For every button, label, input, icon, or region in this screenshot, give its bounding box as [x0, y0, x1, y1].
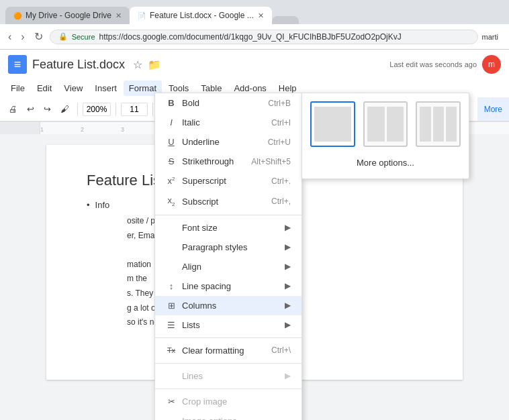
- three-column-option[interactable]: [416, 101, 461, 147]
- column-stripe-3a: [420, 107, 430, 142]
- italic-shortcut: Ctrl+I: [271, 118, 291, 127]
- columns-arrow: ▶: [285, 301, 291, 310]
- print-button[interactable]: 🖨: [5, 102, 21, 116]
- avatar-initial: m: [488, 60, 495, 69]
- lock-icon: 🔒: [58, 32, 68, 41]
- strikethrough-shortcut: Alt+Shift+5: [251, 157, 291, 166]
- tab-close-2[interactable]: ✕: [258, 11, 264, 20]
- underline-icon: U: [166, 137, 177, 147]
- underline-label: Underline: [182, 137, 220, 147]
- superscript-shortcut: Ctrl+.: [271, 176, 291, 186]
- title-bar: ≡ Feature List.docx ☆ 📁 Last edit was se…: [0, 50, 509, 79]
- refresh-button[interactable]: ↻: [32, 29, 46, 44]
- tab-feature-list[interactable]: 📄 Feature List.docx - Google ... ✕: [130, 7, 272, 24]
- column-stripe-3c: [446, 107, 457, 142]
- secure-label: Secure: [72, 33, 95, 41]
- line-spacing-arrow: ▶: [285, 281, 291, 291]
- bold-label: Bold: [182, 98, 199, 108]
- tab-extra[interactable]: [272, 16, 299, 24]
- forward-button[interactable]: ›: [18, 30, 27, 44]
- crop-icon: ✂: [166, 397, 177, 407]
- lists-arrow: ▶: [285, 320, 291, 329]
- image-options-label: Image options...: [182, 416, 244, 420]
- lists-label: Lists: [182, 320, 200, 330]
- paint-format-button[interactable]: 🖌: [57, 102, 73, 116]
- doc-line-1: Info: [95, 200, 110, 210]
- clear-formatting-icon: Tx: [166, 346, 177, 354]
- menu-image-options: Image options...: [155, 411, 302, 420]
- strikethrough-label: Strikethrough: [182, 156, 234, 166]
- column-stripe-1: [314, 107, 351, 142]
- column-stripe-3b: [433, 107, 444, 142]
- docs-title: Feature List.docx: [32, 58, 125, 72]
- menu-columns[interactable]: ⊞ Columns ▶: [155, 296, 302, 315]
- menu-bold[interactable]: B Bold Ctrl+B: [155, 93, 302, 113]
- back-button[interactable]: ‹: [5, 30, 14, 44]
- font-size-input[interactable]: [121, 103, 148, 116]
- paragraph-styles-arrow: ▶: [285, 242, 291, 252]
- columns-more-options: More options...: [310, 155, 461, 170]
- lists-icon: ☰: [166, 320, 177, 330]
- columns-more-button[interactable]: More options...: [310, 155, 461, 170]
- columns-icon: ⊞: [166, 301, 177, 311]
- divider-2: [155, 337, 302, 338]
- tab-favicon-1: 🟠: [13, 12, 21, 19]
- line-spacing-icon: ↕: [166, 281, 177, 291]
- undo-button[interactable]: ↩: [24, 102, 38, 116]
- menu-line-spacing[interactable]: ↕ Line spacing ▶: [155, 276, 302, 296]
- logo-icon: ≡: [14, 58, 21, 72]
- two-column-option[interactable]: [363, 101, 408, 147]
- more-button[interactable]: More: [477, 97, 509, 121]
- profile-name: marti: [482, 33, 498, 41]
- columns-options: [310, 101, 461, 147]
- menu-crop-image: ✂ Crop image: [155, 392, 302, 411]
- divider-3: [155, 363, 302, 364]
- menu-strikethrough[interactable]: S Strikethrough Alt+Shift+5: [155, 152, 302, 171]
- italic-label: Italic: [182, 117, 200, 127]
- subscript-shortcut: Ctrl+,: [271, 197, 291, 206]
- menu-edit[interactable]: Edit: [32, 81, 57, 96]
- folder-icon[interactable]: 📁: [148, 58, 161, 71]
- menu-lists[interactable]: ☰ Lists ▶: [155, 315, 302, 335]
- tab-close-1[interactable]: ✕: [115, 11, 122, 20]
- menu-italic[interactable]: I Italic Ctrl+I: [155, 113, 302, 132]
- one-column-option[interactable]: [310, 101, 355, 147]
- tab-my-drive[interactable]: 🟠 My Drive - Google Drive ✕: [5, 7, 130, 24]
- format-dropdown: B Bold Ctrl+B I Italic Ctrl+I U Underlin…: [154, 93, 302, 420]
- user-avatar[interactable]: m: [482, 55, 501, 74]
- superscript-icon: x2: [166, 176, 177, 186]
- menu-subscript[interactable]: x2 Subscript Ctrl+,: [155, 191, 302, 212]
- star-icon[interactable]: ☆: [133, 58, 142, 71]
- align-arrow: ▶: [285, 262, 291, 271]
- tab-favicon-2: 📄: [138, 12, 146, 19]
- subscript-icon: x2: [166, 195, 177, 207]
- separator-1: [77, 103, 78, 116]
- tab-bar: 🟠 My Drive - Google Drive ✕ 📄 Feature Li…: [0, 0, 509, 24]
- divider-4: [155, 388, 302, 389]
- menu-superscript[interactable]: x2 Superscript Ctrl+.: [155, 171, 302, 191]
- tab-label-1: My Drive - Google Drive: [26, 11, 111, 20]
- clear-formatting-shortcut: Ctrl+\: [271, 346, 291, 355]
- redo-button[interactable]: ↪: [40, 102, 54, 116]
- column-stripe-2a: [367, 107, 385, 142]
- lines-arrow: ▶: [285, 371, 291, 380]
- italic-icon: I: [166, 117, 177, 127]
- superscript-label: Superscript: [182, 176, 226, 186]
- menu-file[interactable]: File: [5, 81, 30, 96]
- menu-view[interactable]: View: [58, 81, 88, 96]
- separator-3: [152, 103, 153, 116]
- font-size-label: Font size: [182, 223, 218, 233]
- menu-clear-formatting[interactable]: Tx Clear formatting Ctrl+\: [155, 341, 302, 360]
- menu-align[interactable]: Align ▶: [155, 257, 302, 276]
- menu-font-size[interactable]: Font size ▶: [155, 218, 302, 238]
- bullet-icon: •: [87, 200, 90, 210]
- underline-shortcut: Ctrl+U: [268, 138, 291, 147]
- zoom-input[interactable]: [83, 103, 111, 116]
- bold-shortcut: Ctrl+B: [268, 99, 291, 108]
- separator-2: [115, 103, 116, 116]
- menu-underline[interactable]: U Underline Ctrl+U: [155, 132, 302, 152]
- menu-paragraph-styles[interactable]: Paragraph styles ▶: [155, 238, 302, 257]
- menu-insert[interactable]: Insert: [89, 81, 122, 96]
- address-text[interactable]: https://docs.google.com/document/d/1kqgo…: [99, 32, 469, 42]
- lines-label: Lines: [182, 371, 203, 381]
